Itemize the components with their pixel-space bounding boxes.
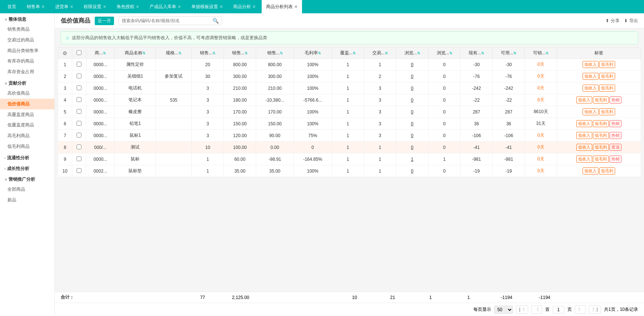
row-check[interactable] [72,106,86,118]
row-num: 7 [58,130,72,142]
search-input[interactable] [122,18,210,23]
row-spec: 535 [156,94,192,106]
row-check[interactable] [72,165,86,177]
row-browse1[interactable]: 0 [396,94,428,106]
row-checkbox[interactable] [77,97,81,102]
nav-tab-purchase[interactable]: 进货单 ✕ [51,0,78,13]
sidebar-item-low-margin[interactable]: 低毛利商品 [0,141,54,152]
row-check[interactable] [72,71,86,82]
col-available[interactable]: 可用...⇅ [493,48,525,59]
row-check[interactable] [72,142,86,153]
sidebar-item-low-coverage[interactable]: 低覆盖度商品 [0,120,54,130]
select-all-checkbox[interactable] [77,50,81,55]
sidebar-item-high-value[interactable]: 高价值商品 [0,88,54,99]
nav-tab-inventory[interactable]: 产成品入库单 ✕ [145,0,185,13]
close-role-tab[interactable]: ✕ [136,4,139,9]
prev-page-button[interactable]: 〈 [531,305,542,314]
col-browse1[interactable]: 浏览...⇅ [396,48,428,59]
col-trade[interactable]: 交易...⇅ [364,48,396,59]
row-check[interactable] [72,82,86,94]
sidebar-item-high-margin[interactable]: 高毛利商品 [0,130,54,141]
row-checkbox[interactable] [77,156,81,161]
nav-tab-home[interactable]: 首页 [3,0,21,13]
close-inventory-tab[interactable]: ✕ [178,4,181,9]
sidebar-group-overview[interactable]: ∨ 整体信息 [0,13,54,24]
period-button[interactable]: 近一月 [95,17,114,25]
sidebar-item-high-coverage[interactable]: 高覆盖度商品 [0,109,54,120]
row-sales-cost: 90.00 [256,130,294,142]
sidebar-group-flow[interactable]: › 流通性分析 [0,152,54,163]
sidebar-item-all-goods[interactable]: 全部商品 [0,184,54,195]
first-page-button[interactable]: |〈 [516,305,528,314]
close-template-tab[interactable]: ✕ [219,4,223,9]
close-analysis-tab[interactable]: ✕ [252,4,256,9]
page-number-input[interactable] [553,306,564,313]
sidebar-item-stock-goods[interactable]: 有库存的商品 [0,56,54,67]
col-check[interactable] [72,48,86,59]
sidebar-item-sales-goods[interactable]: 销售类商品 [0,24,54,35]
row-checkbox[interactable] [77,133,81,137]
col-sales-cost[interactable]: 销售...⇅ [256,48,294,59]
search-icon[interactable]: 🔍 [212,18,219,24]
nav-tab-analysis-list[interactable]: 商品分析列表 ✕ [262,0,302,13]
row-browse1[interactable]: 0 [396,71,428,82]
row-checkbox[interactable] [77,74,81,78]
col-browse2[interactable]: 浏览...⇅ [428,48,460,59]
close-purchase-tab[interactable]: ✕ [70,4,73,9]
row-browse1[interactable]: 0 [396,165,428,177]
col-id[interactable]: 商...⇅ [86,48,115,59]
row-check[interactable] [72,94,86,106]
tag-badge: 低毛利 [593,132,609,139]
col-sellable[interactable]: 可销...⇅ [525,48,557,59]
sidebar-group-growth[interactable]: › 成长性分析 [0,163,54,173]
row-browse1[interactable]: 0 [396,106,428,118]
export-button[interactable]: ⬇ 导出 [624,18,638,24]
row-checkbox[interactable] [77,168,81,173]
row-browse1[interactable]: 0 [396,59,428,71]
share-button[interactable]: ⬆ 分享 [606,18,620,24]
sidebar-group-contribution[interactable]: ∨ 贡献分析 [0,77,54,88]
col-sales-amount[interactable]: 销售...⇅ [224,48,256,59]
row-trade: 3 [364,106,396,118]
last-page-button[interactable]: 〉| [589,305,601,314]
col-current[interactable]: 现有...⇅ [460,48,493,59]
sidebar-group-marketing[interactable]: ∨ 营销推广分析 [0,173,54,184]
col-coverage[interactable]: 覆盖...⇅ [332,48,364,59]
row-check[interactable] [72,153,86,165]
search-box: 🔍 [118,16,222,25]
row-browse1[interactable]: 0 [396,142,428,153]
row-check[interactable] [72,118,86,130]
per-page-select[interactable]: 50 20 100 [494,306,513,314]
sidebar-item-category-rate[interactable]: 商品分类销售率 [0,45,54,56]
close-analysis-list-tab[interactable]: ✕ [294,4,298,9]
row-browse1[interactable]: 0 [396,82,428,94]
col-name[interactable]: 商品名称⇅ [115,48,156,59]
row-checkbox[interactable] [77,85,81,90]
row-checkbox[interactable] [77,121,81,126]
col-gross-rate[interactable]: 毛利率⇅ [294,48,332,59]
col-spec[interactable]: 规格...⇅ [156,48,192,59]
close-sales-tab[interactable]: ✕ [41,4,45,9]
col-sales-qty[interactable]: 销售...⇅ [192,48,224,59]
row-browse1[interactable]: 0 [396,118,428,130]
row-checkbox[interactable] [77,62,81,67]
sidebar-item-low-value[interactable]: 低价值商品 [0,99,54,109]
nav-tab-permissions[interactable]: 权限设置 ✕ [79,0,111,13]
row-check[interactable] [72,59,86,71]
sidebar-item-new-goods[interactable]: 新品 [0,195,54,205]
row-browse1[interactable]: 0 [396,130,428,142]
nav-tab-sales[interactable]: 销售单 ✕ [22,0,49,13]
close-permissions-tab[interactable]: ✕ [103,4,106,9]
next-page-button[interactable]: 〉 [575,305,586,314]
col-settings[interactable]: ⚙ [58,48,72,59]
row-checkbox[interactable] [77,109,81,114]
nav-tab-role[interactable]: 角色授权 ✕ [112,0,144,13]
sidebar-item-traded-goods[interactable]: 交易过的商品 [0,35,54,45]
row-check[interactable] [72,130,86,142]
row-checkbox[interactable] [77,145,81,149]
nav-tab-template[interactable]: 单据模板设置 ✕ [187,0,227,13]
nav-tab-analysis[interactable]: 商品分析 ✕ [229,0,260,13]
sidebar-item-stock-funds[interactable]: 库存资金占用 [0,67,54,77]
row-sales-qty: 30 [192,71,224,82]
row-browse1[interactable]: 1 [396,153,428,165]
